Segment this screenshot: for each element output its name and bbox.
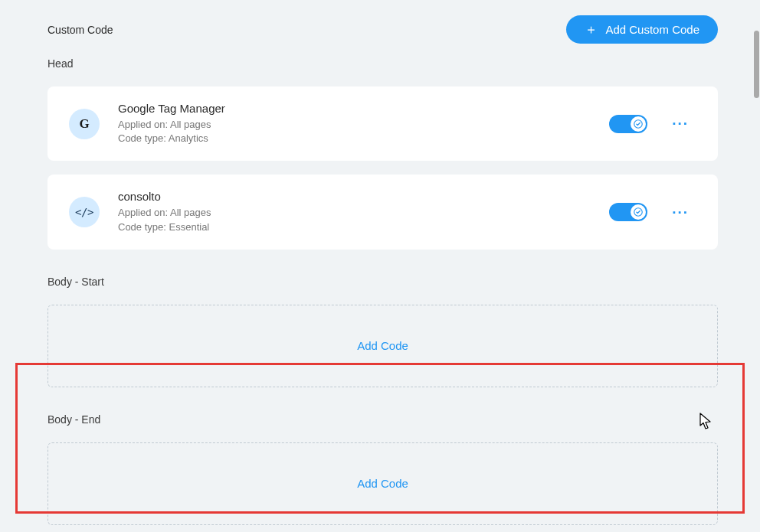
check-icon xyxy=(634,207,643,217)
more-menu-button[interactable]: ··· xyxy=(669,113,692,134)
code-card-title: Google Tag Manager xyxy=(118,102,609,115)
code-type-value: Analytics xyxy=(169,132,208,144)
enable-toggle[interactable] xyxy=(609,115,647,133)
body-end-dropzone[interactable]: Add Code xyxy=(48,442,718,525)
dots-icon: ··· xyxy=(672,204,689,220)
dots-icon: ··· xyxy=(672,116,689,132)
section-head-label: Head xyxy=(48,57,718,70)
google-icon: G xyxy=(69,109,100,139)
code-icon-glyph: </> xyxy=(75,206,93,218)
code-card-meta: Applied on: All pages Code type: Essenti… xyxy=(118,206,609,233)
scrollbar[interactable] xyxy=(752,0,760,532)
code-card-body: consolto Applied on: All pages Code type… xyxy=(118,190,609,233)
applied-on-value: All pages xyxy=(170,119,211,130)
toggle-knob xyxy=(631,204,646,220)
add-custom-code-button[interactable]: ＋ Add Custom Code xyxy=(566,15,718,44)
applied-on-value: All pages xyxy=(170,207,211,218)
plus-icon: ＋ xyxy=(585,23,598,36)
scrollbar-thumb[interactable] xyxy=(754,31,759,98)
add-custom-code-label: Add Custom Code xyxy=(605,23,699,36)
google-icon-letter: G xyxy=(79,116,89,132)
code-card: G Google Tag Manager Applied on: All pag… xyxy=(48,86,718,161)
code-card-meta: Applied on: All pages Code type: Analyti… xyxy=(118,118,609,145)
applied-on-label: Applied on: xyxy=(118,207,168,218)
applied-on-label: Applied on: xyxy=(118,119,168,130)
check-icon xyxy=(634,119,643,129)
code-type-label: Code type: xyxy=(118,221,166,233)
enable-toggle[interactable] xyxy=(609,203,647,221)
add-code-link[interactable]: Add Code xyxy=(357,339,408,352)
code-card-body: Google Tag Manager Applied on: All pages… xyxy=(118,102,609,145)
toggle-knob xyxy=(631,116,646,132)
code-icon: </> xyxy=(69,197,100,227)
code-type-value: Essential xyxy=(169,221,210,233)
code-card-controls: ··· xyxy=(609,113,692,134)
add-code-link[interactable]: Add Code xyxy=(357,477,408,490)
code-card: </> consolto Applied on: All pages Code … xyxy=(48,175,718,249)
code-type-label: Code type: xyxy=(118,132,166,144)
body-start-dropzone[interactable]: Add Code xyxy=(48,305,718,387)
more-menu-button[interactable]: ··· xyxy=(669,202,692,223)
section-body-start-label: Body - Start xyxy=(48,276,718,288)
code-card-controls: ··· xyxy=(609,202,692,223)
page-title: Custom Code xyxy=(48,24,113,36)
code-card-title: consolto xyxy=(118,190,609,203)
section-body-end-label: Body - End xyxy=(48,413,718,426)
